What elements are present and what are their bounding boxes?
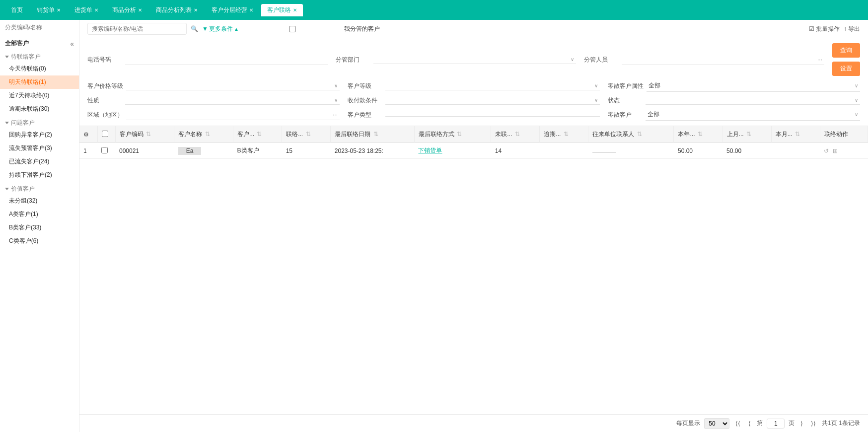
search-input[interactable]: [87, 23, 187, 35]
action-icon-grid[interactable]: ⊞: [833, 147, 838, 154]
collapse-icon[interactable]: «: [70, 40, 74, 48]
sort-overdue-icon[interactable]: ⇅: [564, 131, 569, 138]
action-icon-refresh[interactable]: ↺: [824, 147, 829, 154]
sort-type-icon[interactable]: ⇅: [257, 131, 262, 138]
sidebar-item-today[interactable]: 今天待联络(0): [0, 62, 79, 75]
chevron-price: ∨: [334, 83, 338, 88]
th-last-way: 最后联络方式 ⇅: [414, 126, 491, 143]
table-footer: 每页显示 50 100 ⟨⟨ ⟨ 第 页 ⟩ ⟩⟩ 共1页 1条记录: [79, 414, 868, 432]
sidebar-search-bar: 🔍: [0, 20, 79, 35]
set-btn[interactable]: 设置: [832, 62, 860, 76]
chevron-retail-cust: ∨: [855, 112, 858, 117]
sort-code-icon[interactable]: ⇅: [146, 131, 151, 138]
sidebar-item-declining[interactable]: 持续下滑客户(2): [0, 168, 79, 182]
nav-product-list-close[interactable]: ✕: [194, 7, 198, 13]
nav-customer-contact[interactable]: 客户联络 ✕: [261, 4, 303, 16]
th-settings: ⚙: [79, 126, 97, 143]
sort-lmonth-icon[interactable]: ⇅: [746, 131, 751, 138]
cust-type-select[interactable]: [385, 113, 600, 117]
manager-select[interactable]: ···: [622, 55, 824, 65]
sidebar-item-churn-warn[interactable]: 流失预警客户(3): [0, 142, 79, 155]
page-input[interactable]: [767, 419, 785, 429]
dept-select[interactable]: ∨: [373, 55, 576, 64]
nav-sales[interactable]: 销货单 ✕: [31, 4, 67, 16]
td-last-way: 下销货单: [414, 143, 491, 159]
dots-icon[interactable]: ···: [817, 56, 822, 63]
table-container: ⚙ 客户编码 ⇅ 客户名称 ⇅: [79, 126, 868, 414]
pending-section-title: 待联络客户: [0, 50, 79, 62]
nav-sales-close[interactable]: ✕: [57, 7, 61, 13]
sidebar-item-7days[interactable]: 近7天待联络(0): [0, 89, 79, 102]
last-way-link[interactable]: 下销货单: [418, 147, 442, 154]
price-level-select[interactable]: ∨: [126, 81, 340, 90]
export-btn[interactable]: ↑ 导出: [844, 25, 860, 33]
region-dots[interactable]: ···: [333, 111, 338, 118]
th-unlink: 未联... ⇅: [491, 126, 540, 143]
filter-payment: 收付款条件 ∨: [348, 96, 600, 105]
th-contact-person: 往来单位联系人 ⇅: [588, 126, 674, 143]
sort-unlink-icon[interactable]: ⇅: [515, 131, 520, 138]
th-checkbox: [97, 126, 115, 143]
sidebar-item-a[interactable]: A类客户(1): [0, 208, 79, 221]
name-blur: Ea: [178, 147, 202, 155]
per-page-select[interactable]: 50 100: [704, 418, 729, 429]
nav-product-list[interactable]: 商品分析列表 ✕: [150, 4, 204, 16]
nav-product-analysis-close[interactable]: ✕: [138, 7, 142, 13]
sidebar-item-tomorrow[interactable]: 明天待联络(1): [0, 75, 79, 89]
batch-op-btn[interactable]: ☑ 批量操作: [809, 25, 840, 33]
filter-bar: 🔍 ▼ 更多条件 ▲ 我分管的客户 ☑ 批量操作 ↑ 导出: [79, 20, 868, 38]
cust-level-select[interactable]: ∨: [385, 81, 600, 90]
sort-way-icon[interactable]: ⇅: [457, 131, 462, 138]
problem-section-title: 问题客户: [0, 116, 79, 128]
chevron-gender: ∨: [334, 97, 338, 103]
last-page-btn[interactable]: ⟩⟩: [809, 419, 818, 428]
more-conditions-btn[interactable]: ▼ 更多条件 ▲: [202, 25, 239, 33]
td-contact-count: 15: [282, 143, 331, 159]
sort-date-icon[interactable]: ⇅: [373, 131, 378, 138]
select-all-checkbox[interactable]: [102, 131, 108, 137]
triangle-icon-value: [5, 188, 9, 190]
sort-tmonth-icon[interactable]: ⇅: [795, 131, 800, 138]
nav-customer-segment[interactable]: 客户分层经营 ✕: [206, 4, 259, 16]
retail-cust-select[interactable]: 全部∨: [646, 109, 860, 121]
gender-select[interactable]: ∨: [125, 96, 340, 105]
filter-dept: 分管部门 ∨: [336, 55, 576, 64]
nav-segment-close[interactable]: ✕: [249, 7, 253, 13]
settings-icon[interactable]: ⚙: [83, 131, 89, 138]
td-this-month: [771, 143, 820, 159]
sidebar-item-c[interactable]: C类客户(6): [0, 234, 79, 248]
filter-row-3: 性质 ∨ 收付款条件 ∨ 状态 ∨: [87, 96, 860, 105]
nav-home[interactable]: 首页: [5, 4, 29, 16]
sidebar-item-ungroup[interactable]: 未分组(32): [0, 194, 79, 208]
triangle-icon: [5, 56, 9, 58]
sort-contact-icon[interactable]: ⇅: [306, 131, 311, 138]
sort-name-icon[interactable]: ⇅: [205, 131, 210, 138]
retail-attr-select[interactable]: 全部∨: [647, 80, 860, 92]
sidebar-item-b[interactable]: B类客户(33): [0, 221, 79, 234]
first-page-btn[interactable]: ⟨⟨: [733, 419, 742, 428]
my-customers-checkbox[interactable]: 我分管的客户: [243, 25, 380, 33]
layout: 🔍 全部客户 « 待联络客户 今天待联络(0) 明天待联络(1) 近7天待联络(…: [0, 20, 868, 432]
th-overdue: 逾期... ⇅: [540, 126, 588, 143]
next-page-btn[interactable]: ⟩: [798, 419, 805, 428]
nav-purchase[interactable]: 进货单 ✕: [69, 4, 104, 16]
sidebar-item-overdue[interactable]: 逾期未联络(30): [0, 102, 79, 116]
query-btn[interactable]: 查询: [832, 43, 860, 58]
sidebar-search-input[interactable]: [5, 24, 79, 31]
nav-purchase-close[interactable]: ✕: [94, 7, 98, 13]
prev-page-btn[interactable]: ⟨: [746, 419, 753, 428]
filter-cust-level: 客户等级 ∨: [348, 81, 600, 90]
phone-input[interactable]: [125, 55, 328, 65]
sidebar-item-churned[interactable]: 已流失客户(24): [0, 155, 79, 168]
my-customers-check[interactable]: [243, 26, 342, 32]
nav-product-analysis[interactable]: 商品分析 ✕: [106, 4, 148, 16]
status-select[interactable]: ∨: [646, 96, 860, 105]
row-checkbox[interactable]: [101, 147, 108, 153]
payment-select[interactable]: ∨: [385, 96, 600, 105]
sidebar-item-repurchase[interactable]: 回购异常客户(2): [0, 128, 79, 142]
search-icon[interactable]: 🔍: [191, 25, 198, 32]
nav-contact-close[interactable]: ✕: [293, 7, 297, 13]
sort-year-icon[interactable]: ⇅: [698, 131, 703, 138]
region-select[interactable]: ···: [126, 110, 340, 120]
sort-person-icon[interactable]: ⇅: [637, 131, 642, 138]
